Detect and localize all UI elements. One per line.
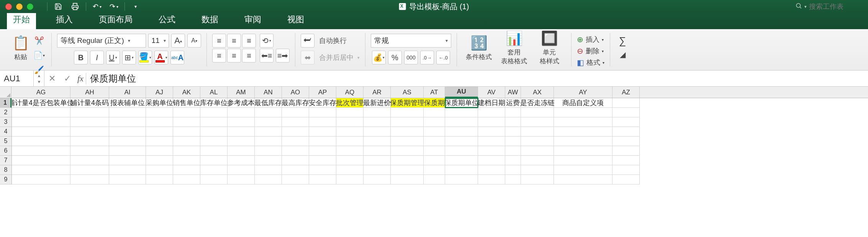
cell[interactable] bbox=[12, 137, 70, 146]
cell[interactable] bbox=[146, 156, 173, 165]
cell[interactable]: 采购单位 bbox=[146, 98, 173, 108]
cell[interactable] bbox=[12, 146, 70, 156]
cell[interactable] bbox=[173, 127, 200, 137]
cell[interactable] bbox=[12, 127, 70, 137]
cell[interactable] bbox=[228, 117, 255, 127]
cell[interactable] bbox=[554, 127, 613, 137]
col-header-AQ[interactable]: AQ bbox=[336, 87, 364, 98]
cell[interactable]: 辅计量4是否包装单位 bbox=[12, 98, 70, 108]
cell[interactable] bbox=[364, 127, 391, 137]
format-cells-button[interactable]: ◧ 格式 ▾ bbox=[577, 57, 604, 68]
col-header-AR[interactable]: AR bbox=[364, 87, 391, 98]
cell[interactable] bbox=[200, 127, 228, 137]
cell[interactable] bbox=[109, 156, 146, 165]
save-button[interactable] bbox=[51, 1, 66, 12]
cell[interactable] bbox=[554, 117, 613, 127]
cut-button[interactable]: ✂️ bbox=[32, 34, 46, 48]
cell[interactable] bbox=[70, 175, 109, 184]
cell[interactable] bbox=[200, 165, 228, 175]
cell[interactable] bbox=[445, 146, 478, 156]
cell[interactable] bbox=[146, 108, 173, 117]
cell[interactable] bbox=[391, 127, 424, 137]
col-header-AO[interactable]: AO bbox=[282, 87, 309, 98]
conditional-format-button[interactable]: 🔢 条件格式 bbox=[462, 31, 495, 64]
align-right-button[interactable]: ≡ bbox=[242, 49, 256, 63]
cell[interactable] bbox=[12, 175, 70, 184]
cell[interactable] bbox=[12, 165, 70, 175]
redo-button[interactable]: ↷ ▾ bbox=[106, 1, 121, 12]
cell[interactable] bbox=[282, 137, 309, 146]
cell[interactable] bbox=[364, 117, 391, 127]
cell[interactable]: 商品自定义项 bbox=[554, 98, 613, 108]
cell[interactable] bbox=[309, 165, 336, 175]
cancel-formula-button[interactable]: ✕ bbox=[44, 71, 60, 87]
cell[interactable] bbox=[255, 165, 282, 175]
col-header-AK[interactable]: AK bbox=[173, 87, 200, 98]
cell[interactable] bbox=[613, 98, 640, 108]
cell[interactable]: 运费 bbox=[505, 98, 521, 108]
cell[interactable] bbox=[70, 117, 109, 127]
cell[interactable] bbox=[445, 108, 478, 117]
cell[interactable] bbox=[228, 127, 255, 137]
tab-home[interactable]: 开始 bbox=[7, 11, 36, 29]
cell[interactable] bbox=[613, 117, 640, 127]
cell[interactable] bbox=[70, 127, 109, 137]
cell[interactable] bbox=[391, 146, 424, 156]
cell[interactable] bbox=[309, 137, 336, 146]
cell[interactable]: 建档日期 bbox=[478, 98, 505, 108]
cell[interactable] bbox=[445, 127, 478, 137]
cell[interactable] bbox=[445, 117, 478, 127]
cell[interactable] bbox=[554, 156, 613, 165]
close-window-button[interactable] bbox=[5, 3, 12, 10]
row-header-4[interactable]: 4 bbox=[0, 127, 11, 137]
cell[interactable] bbox=[309, 175, 336, 184]
tab-layout[interactable]: 页面布局 bbox=[93, 11, 139, 29]
cell[interactable] bbox=[200, 156, 228, 165]
fill-color-button[interactable]: 🪣▾ bbox=[138, 51, 152, 64]
cell[interactable] bbox=[336, 108, 364, 117]
cell[interactable] bbox=[521, 137, 554, 146]
cell[interactable] bbox=[521, 127, 554, 137]
cell[interactable] bbox=[613, 146, 640, 156]
cell[interactable] bbox=[282, 146, 309, 156]
cell[interactable] bbox=[173, 137, 200, 146]
cell[interactable] bbox=[12, 117, 70, 127]
cell[interactable] bbox=[146, 127, 173, 137]
cell[interactable] bbox=[478, 175, 505, 184]
cell[interactable] bbox=[146, 117, 173, 127]
align-left-button[interactable]: ≡ bbox=[212, 49, 226, 63]
increase-decimal-button[interactable]: .0→ bbox=[420, 51, 434, 64]
cell[interactable] bbox=[109, 175, 146, 184]
cell[interactable] bbox=[424, 117, 445, 127]
cell[interactable] bbox=[200, 146, 228, 156]
col-header-AP[interactable]: AP bbox=[309, 87, 336, 98]
cell[interactable] bbox=[70, 137, 109, 146]
italic-button[interactable]: I bbox=[90, 51, 104, 64]
paste-button[interactable]: 📋 粘贴 bbox=[9, 31, 32, 64]
cell[interactable] bbox=[109, 146, 146, 156]
cell[interactable] bbox=[173, 146, 200, 156]
col-header-AZ[interactable]: AZ bbox=[613, 87, 640, 98]
col-header-AM[interactable]: AM bbox=[228, 87, 255, 98]
cell[interactable] bbox=[309, 127, 336, 137]
cell[interactable] bbox=[424, 146, 445, 156]
cell[interactable]: 安全库存 bbox=[309, 98, 336, 108]
cell[interactable] bbox=[309, 146, 336, 156]
align-top-button[interactable]: ≡ bbox=[212, 34, 226, 48]
currency-button[interactable]: 💰▾ bbox=[372, 51, 386, 64]
row-header-6[interactable]: 6 bbox=[0, 146, 11, 156]
cell[interactable] bbox=[424, 137, 445, 146]
cell[interactable] bbox=[364, 175, 391, 184]
cell[interactable] bbox=[228, 165, 255, 175]
borders-button[interactable]: ⊞▾ bbox=[122, 51, 136, 64]
cell[interactable]: 保质期单位 bbox=[445, 98, 478, 108]
cell[interactable] bbox=[173, 156, 200, 165]
cell[interactable] bbox=[336, 146, 364, 156]
row-header-5[interactable]: 5 bbox=[0, 137, 11, 146]
delete-cells-button[interactable]: ⊖ 删除 ▾ bbox=[577, 45, 604, 57]
cell[interactable] bbox=[554, 146, 613, 156]
cell[interactable] bbox=[521, 156, 554, 165]
cell[interactable] bbox=[445, 156, 478, 165]
select-all-corner[interactable] bbox=[0, 87, 11, 98]
qat-customize-button[interactable]: ▾ bbox=[128, 1, 143, 12]
